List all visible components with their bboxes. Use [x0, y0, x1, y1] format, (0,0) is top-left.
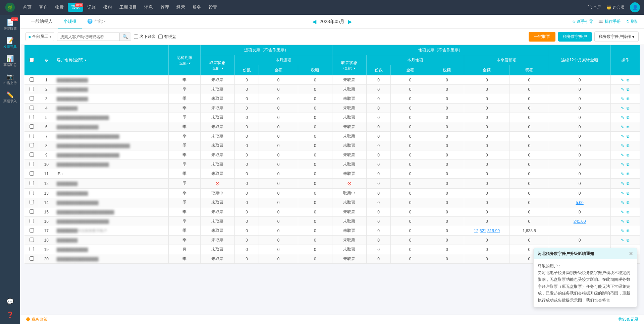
- row-checkbox[interactable]: [30, 256, 34, 261]
- nav-item-operate[interactable]: 经营: [173, 3, 189, 12]
- search-button[interactable]: 🔍: [119, 33, 131, 41]
- check-sub-label[interactable]: 名下账套: [134, 34, 156, 40]
- in-status-filter[interactable]: ▾: [222, 66, 223, 70]
- settings-icon[interactable]: ⚙: [45, 58, 48, 63]
- date-next[interactable]: ▶: [348, 18, 352, 25]
- avatar[interactable]: 👤: [630, 2, 640, 12]
- edit-icon[interactable]: ✎: [621, 78, 624, 82]
- copy-icon[interactable]: ⧉: [627, 181, 630, 186]
- edit-icon[interactable]: ✎: [621, 181, 624, 186]
- popup-close-btn[interactable]: ✕: [629, 251, 633, 256]
- row-checkbox[interactable]: [30, 247, 34, 251]
- out-status-filter[interactable]: ▾: [354, 66, 355, 70]
- check-sub-input[interactable]: [134, 35, 138, 39]
- nav-item-service[interactable]: 服务: [189, 3, 205, 12]
- digital-account-ops-btn[interactable]: 税务数字账户操作 ▾: [594, 31, 639, 42]
- nav-item-fee[interactable]: 收费: [52, 3, 67, 12]
- copy-icon[interactable]: ⧉: [627, 219, 630, 224]
- row-checkbox[interactable]: [30, 106, 34, 110]
- one-click-invoice-btn[interactable]: 一键取票: [529, 32, 555, 42]
- copy-icon[interactable]: ⧉: [627, 210, 630, 214]
- edit-icon[interactable]: ✎: [621, 96, 624, 101]
- tab-general[interactable]: 一般纳税人: [25, 15, 58, 28]
- row-checkbox[interactable]: [30, 191, 34, 195]
- nav-item-tax[interactable]: 报税: [100, 3, 115, 12]
- digital-account-btn[interactable]: 税务数字账户: [558, 32, 592, 42]
- copy-icon[interactable]: ⧉: [627, 134, 630, 139]
- copy-icon[interactable]: ⧉: [627, 106, 630, 111]
- tab-small[interactable]: 小规模: [58, 15, 82, 28]
- sidebar-item-smart-invoice[interactable]: 📄 智能取票 new: [1, 16, 19, 34]
- copy-icon[interactable]: ⧉: [627, 78, 630, 82]
- row-checkbox[interactable]: [30, 171, 34, 176]
- sidebar-item-summary[interactable]: 📊 票据汇总: [1, 52, 19, 70]
- edit-icon[interactable]: ✎: [621, 153, 624, 157]
- edit-icon[interactable]: ✎: [621, 162, 624, 167]
- nav-item-manage[interactable]: 管理: [157, 3, 172, 12]
- copy-icon[interactable]: ⧉: [627, 153, 630, 157]
- check-tax-input[interactable]: [158, 35, 163, 39]
- col-period-filter[interactable]: ▾: [189, 61, 191, 65]
- copy-icon[interactable]: ⧉: [627, 96, 630, 101]
- fullscreen-btn[interactable]: ⛶ 全屏: [588, 5, 601, 10]
- edit-icon[interactable]: ✎: [621, 143, 624, 148]
- copy-icon[interactable]: ⧉: [627, 200, 630, 205]
- nav-item-invoice[interactable]: 票据 new: [68, 3, 83, 12]
- copy-icon[interactable]: ⧉: [627, 115, 630, 120]
- sidebar-chat[interactable]: 💬: [1, 295, 19, 308]
- nav-item-bookkeeping[interactable]: 记账: [84, 3, 99, 12]
- row-checkbox[interactable]: [30, 162, 34, 166]
- edit-icon[interactable]: ✎: [621, 172, 624, 176]
- row-checkbox[interactable]: [30, 87, 34, 91]
- edit-icon[interactable]: ✎: [621, 210, 624, 214]
- row-checkbox[interactable]: [30, 115, 34, 119]
- nav-item-message[interactable]: 消息: [141, 3, 156, 12]
- row-checkbox[interactable]: [30, 219, 34, 223]
- sidebar-item-open-invoice[interactable]: 📝 发票开具: [1, 34, 19, 52]
- edit-icon[interactable]: ✎: [621, 125, 624, 129]
- row-checkbox[interactable]: [30, 96, 34, 101]
- edit-icon[interactable]: ✎: [621, 134, 624, 139]
- row-checkbox[interactable]: [30, 143, 34, 147]
- col-customer-filter[interactable]: ▾: [85, 58, 86, 62]
- row-checkbox[interactable]: [30, 209, 34, 214]
- employee-select[interactable]: ■ 全部员工 ▾: [25, 32, 54, 41]
- edit-icon[interactable]: ✎: [621, 115, 624, 120]
- copy-icon[interactable]: ⧉: [627, 162, 630, 167]
- search-input[interactable]: [57, 33, 119, 41]
- edit-icon[interactable]: ✎: [621, 191, 624, 196]
- row-checkbox[interactable]: [30, 134, 34, 138]
- manual-link[interactable]: 📖 操作手册: [598, 19, 621, 24]
- edit-icon[interactable]: ✎: [621, 87, 624, 92]
- edit-icon[interactable]: ✎: [621, 200, 624, 205]
- check-tax-label[interactable]: 有税盘: [158, 34, 176, 40]
- nav-item-settings[interactable]: 设置: [205, 3, 221, 12]
- sidebar-help[interactable]: ❓: [1, 309, 19, 321]
- copy-icon[interactable]: ⧉: [627, 87, 630, 92]
- edit-icon[interactable]: ✎: [621, 106, 624, 111]
- row-checkbox[interactable]: [30, 152, 34, 157]
- copy-icon[interactable]: ⧉: [627, 125, 630, 129]
- refresh-btn[interactable]: ↻ 刷新: [626, 19, 639, 24]
- copy-icon[interactable]: ⧉: [627, 191, 630, 196]
- row-checkbox[interactable]: [30, 228, 34, 233]
- row-checkbox[interactable]: [30, 77, 34, 82]
- copy-icon[interactable]: ⧉: [627, 143, 630, 148]
- edit-icon[interactable]: ✎: [621, 238, 624, 243]
- row-checkbox[interactable]: [30, 181, 34, 185]
- row-checkbox[interactable]: [30, 200, 34, 204]
- tab-all[interactable]: 🌐 全能 ▾: [82, 15, 111, 28]
- sidebar-item-scan[interactable]: 📷 扫描上传: [1, 70, 19, 88]
- select-all-checkbox[interactable]: [30, 58, 34, 62]
- member-btn[interactable]: 👑 购会员: [606, 5, 625, 10]
- new-guide-link[interactable]: ☆ 新手引导: [572, 19, 593, 24]
- date-prev[interactable]: ◀: [312, 18, 316, 25]
- sidebar-item-record[interactable]: ✏️ 票据录入: [1, 88, 19, 106]
- copy-icon[interactable]: ⧉: [627, 238, 630, 243]
- tax-policy-link[interactable]: 🔶 税务政策: [25, 317, 48, 322]
- row-checkbox[interactable]: [30, 124, 34, 129]
- nav-item-customer[interactable]: 客户: [36, 3, 51, 12]
- nav-item-business[interactable]: 工商项目: [116, 3, 140, 12]
- copy-icon[interactable]: ⧉: [627, 229, 630, 233]
- copy-icon[interactable]: ⧉: [627, 172, 630, 176]
